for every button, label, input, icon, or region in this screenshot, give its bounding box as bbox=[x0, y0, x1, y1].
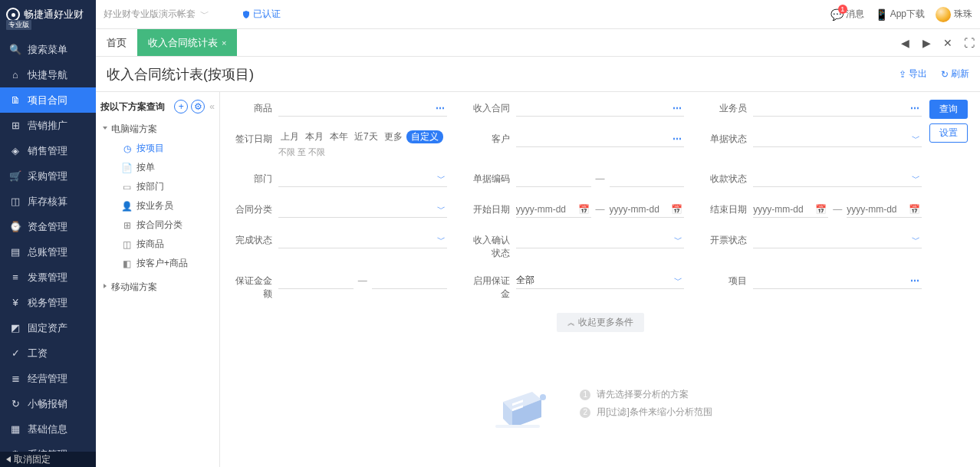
income-contract-input[interactable]: ⋯ bbox=[516, 100, 685, 117]
sidebar-item-4[interactable]: ◈销售管理 bbox=[0, 138, 96, 163]
lookup-icon[interactable]: ⋯ bbox=[673, 103, 682, 113]
panel-collapse-button[interactable]: « bbox=[209, 101, 215, 112]
product-input[interactable]: ⋯ bbox=[278, 100, 447, 117]
sidebar-item-2[interactable]: 🗎项目合同 bbox=[0, 87, 96, 113]
invoice-status-select[interactable]: ﹀ bbox=[753, 232, 922, 248]
sidebar-item-11[interactable]: ◩固定资产 bbox=[0, 315, 96, 340]
scheme-item-0-4[interactable]: ⊞按合同分类 bbox=[100, 215, 215, 235]
sidebar-item-6[interactable]: ◫库存核算 bbox=[0, 189, 96, 214]
scheme-item-0-0[interactable]: ◷按项目 bbox=[100, 139, 215, 158]
chevron-down-icon[interactable]: ﹀ bbox=[912, 133, 920, 144]
refresh-button[interactable]: ↻刷新 bbox=[941, 67, 969, 81]
topbar-download[interactable]: 📱 App下载 bbox=[875, 8, 925, 21]
scheme-group-1[interactable]: 移动端方案 bbox=[100, 278, 215, 297]
chevron-down-icon[interactable]: ﹀ bbox=[912, 173, 920, 184]
sidebar-item-7[interactable]: ⌚资金管理 bbox=[0, 214, 96, 239]
chevron-down-icon[interactable]: ﹀ bbox=[912, 234, 920, 245]
scheme-group-0[interactable]: 电脑端方案 bbox=[100, 120, 215, 139]
chevron-down-icon[interactable]: ﹀ bbox=[674, 275, 682, 286]
income-confirm-select[interactable]: ﹀ bbox=[516, 232, 685, 248]
contract-category-select[interactable]: ﹀ bbox=[278, 201, 447, 218]
sidebar-item-icon: ↻ bbox=[9, 398, 21, 410]
scheme-item-icon: ⊞ bbox=[122, 220, 132, 230]
end-date-from[interactable]: 📅 bbox=[753, 201, 828, 218]
verified-badge: 已认证 bbox=[242, 8, 281, 21]
tab-1[interactable]: 收入合同统计表× bbox=[137, 29, 237, 56]
settings-button[interactable]: 设置 bbox=[929, 123, 968, 143]
sidebar-item-13[interactable]: ≣经营管理 bbox=[0, 366, 96, 391]
sidebar-item-5[interactable]: 🛒采购管理 bbox=[0, 163, 96, 189]
sidebar-item-3[interactable]: ⊞营销推广 bbox=[0, 113, 96, 138]
label-contract-cat: 合同分类 bbox=[232, 201, 278, 216]
project-input[interactable]: ⋯ bbox=[753, 272, 922, 289]
scheme-item-0-1[interactable]: 📄按单 bbox=[100, 158, 215, 177]
scheme-item-0-6[interactable]: ◧按客户+商品 bbox=[100, 254, 215, 273]
calendar-icon[interactable]: 📅 bbox=[909, 204, 920, 215]
label-invoice-status: 开票状态 bbox=[707, 232, 753, 247]
chevron-down-icon[interactable]: ﹀ bbox=[437, 173, 446, 184]
chevron-down-icon[interactable]: ﹀ bbox=[674, 234, 682, 245]
account-dropdown[interactable]: 好业财专业版演示帐套 ﹀ bbox=[104, 8, 226, 21]
dept-select[interactable]: ﹀ bbox=[278, 170, 447, 187]
start-date-to[interactable]: 📅 bbox=[610, 201, 685, 218]
sign-date-option-1[interactable]: 本月 bbox=[303, 130, 326, 143]
sign-date-option-3[interactable]: 近7天 bbox=[352, 130, 380, 143]
lookup-icon[interactable]: ⋯ bbox=[673, 133, 682, 144]
tab-prev[interactable]: ◀ bbox=[894, 29, 916, 56]
calendar-icon[interactable]: 📅 bbox=[671, 204, 682, 215]
sign-date-option-2[interactable]: 本年 bbox=[327, 130, 350, 143]
salesman-input[interactable]: ⋯ bbox=[753, 100, 922, 117]
sidebar-item-16[interactable]: ⚙系统管理 bbox=[0, 442, 96, 452]
doc-no-from[interactable] bbox=[516, 170, 591, 187]
sidebar-item-0[interactable]: 🔍搜索菜单 bbox=[0, 37, 96, 62]
calendar-icon[interactable]: 📅 bbox=[578, 204, 590, 215]
chevron-down-icon[interactable]: ﹀ bbox=[437, 234, 446, 245]
topbar-user[interactable]: 珠珠 bbox=[936, 7, 972, 22]
fullscreen-icon[interactable]: ⛶ bbox=[959, 29, 980, 56]
scheme-item-0-5[interactable]: ◫按商品 bbox=[100, 235, 215, 254]
scheme-add-button[interactable]: + bbox=[174, 100, 188, 113]
sign-date-option-4[interactable]: 更多 bbox=[382, 130, 405, 143]
scheme-item-0-3[interactable]: 👤按业务员 bbox=[100, 196, 215, 215]
deposit-from[interactable] bbox=[278, 272, 354, 289]
sidebar-item-15[interactable]: ▦基础信息 bbox=[0, 416, 96, 442]
sign-date-option-0[interactable]: 上月 bbox=[278, 130, 301, 143]
collapse-filters-button[interactable]: ︽ 收起更多条件 bbox=[557, 313, 644, 332]
sidebar-item-10[interactable]: ¥税务管理 bbox=[0, 290, 96, 315]
topbar-messages[interactable]: 💬 消息 1 bbox=[830, 8, 864, 21]
scheme-item-0-2[interactable]: ▭按部门 bbox=[100, 177, 215, 196]
sidebar-item-icon: ≣ bbox=[9, 373, 21, 385]
tab-0[interactable]: 首页 bbox=[96, 29, 137, 56]
finish-status-select[interactable]: ﹀ bbox=[278, 232, 447, 248]
sidebar-item-9[interactable]: ≡发票管理 bbox=[0, 265, 96, 290]
sidebar-item-label: 税务管理 bbox=[28, 296, 67, 310]
scheme-item-label: 按商品 bbox=[136, 238, 164, 251]
enable-deposit-select[interactable]: 全部﹀ bbox=[516, 272, 685, 289]
deposit-to[interactable] bbox=[372, 272, 447, 289]
doc-status-select[interactable]: ﹀ bbox=[753, 130, 922, 147]
sidebar-item-12[interactable]: ✓工资 bbox=[0, 340, 96, 366]
lookup-icon[interactable]: ⋯ bbox=[436, 103, 446, 113]
lookup-icon[interactable]: ⋯ bbox=[910, 275, 920, 286]
tab-close-all[interactable]: ✕ bbox=[937, 29, 959, 56]
start-date-from[interactable]: 📅 bbox=[516, 201, 591, 218]
lookup-icon[interactable]: ⋯ bbox=[910, 103, 920, 113]
receipt-status-select[interactable]: ﹀ bbox=[753, 170, 922, 187]
sign-date-option-5[interactable]: 自定义 bbox=[406, 130, 443, 143]
chevron-down-icon[interactable]: ﹀ bbox=[437, 203, 446, 215]
end-date-to[interactable]: 📅 bbox=[847, 201, 922, 218]
doc-no-to[interactable] bbox=[610, 170, 685, 187]
customer-input[interactable]: ⋯ bbox=[516, 130, 685, 147]
tab-next[interactable]: ▶ bbox=[916, 29, 937, 56]
scheme-settings-button[interactable]: ⚙ bbox=[191, 100, 205, 113]
sidebar-item-8[interactable]: ▤总账管理 bbox=[0, 239, 96, 265]
sidebar-item-1[interactable]: ⌂快捷导航 bbox=[0, 62, 96, 87]
export-button[interactable]: ⇪导出 bbox=[899, 67, 927, 81]
sidebar-unpin[interactable]: 取消固定 bbox=[0, 452, 96, 467]
scheme-item-label: 按单 bbox=[136, 161, 155, 174]
search-button[interactable]: 查询 bbox=[929, 100, 968, 119]
calendar-icon[interactable]: 📅 bbox=[815, 204, 827, 215]
sidebar-item-14[interactable]: ↻小畅报销 bbox=[0, 391, 96, 416]
topbar: 好业财专业版演示帐套 ﹀ 已认证 💬 消息 1 📱 App下载 珠珠 bbox=[96, 0, 980, 29]
tab-close-icon[interactable]: × bbox=[222, 38, 226, 48]
